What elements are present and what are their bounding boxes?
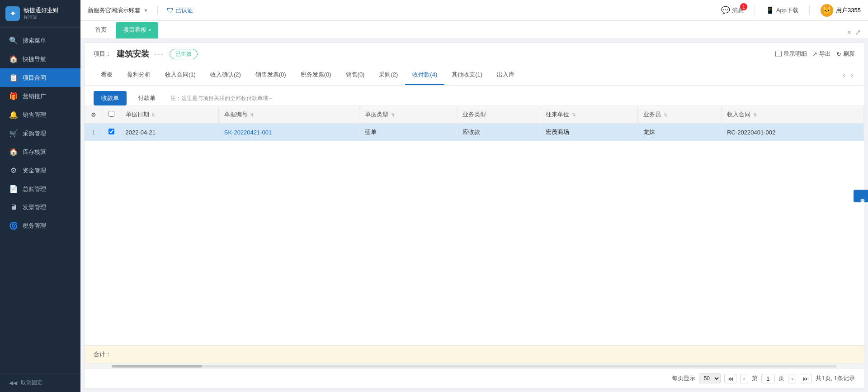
tab-receipt[interactable]: 收款单 bbox=[94, 91, 127, 105]
sub-tab-7[interactable]: 采购(2) bbox=[372, 65, 405, 85]
sub-tab-2[interactable]: 收入合同(1) bbox=[158, 65, 203, 85]
tab-project-board[interactable]: 项目看板 × bbox=[116, 22, 158, 38]
settings-col-header[interactable]: ⚙ bbox=[85, 106, 103, 124]
row-checkbox-cell[interactable] bbox=[103, 124, 120, 141]
prev-page-btn[interactable]: ‹ bbox=[740, 374, 748, 383]
sub-tab-1[interactable]: 盈利分析 bbox=[120, 65, 158, 85]
sidebar-item-5[interactable]: 🛒采购管理 bbox=[0, 124, 80, 143]
nav-label-9: 发票管理 bbox=[23, 203, 46, 211]
select-all-checkbox[interactable] bbox=[108, 111, 114, 117]
topbar: 新服务官网演示账套 ▼ 🛡 已认证 💬 消息 1 📱 App下载 🐱 用户335… bbox=[80, 0, 868, 21]
nav-label-6: 库存核算 bbox=[23, 148, 46, 156]
salesperson-sort-icon[interactable]: ⇅ bbox=[664, 112, 667, 117]
date-sort-icon[interactable]: ⇅ bbox=[151, 112, 155, 117]
content-area: 项目： 建筑安装 ··· 已生效 显示明细 ↗ 导出 ↻ 刷新 bbox=[84, 43, 864, 388]
sub-tab-next-icon[interactable]: › bbox=[849, 69, 855, 81]
sidebar-item-8[interactable]: 📄总账管理 bbox=[0, 180, 80, 198]
export-icon: ↗ bbox=[812, 51, 817, 57]
tab-home[interactable]: 首页 bbox=[88, 22, 114, 38]
certified-label: 已认证 bbox=[175, 6, 193, 14]
table-wrapper: ⚙ 单据日期 ⇅ 单据编号 ⇅ 单据类型 bbox=[85, 106, 864, 345]
sub-tab-8[interactable]: 收付款(4) bbox=[405, 65, 444, 85]
sidebar-item-10[interactable]: 🌀税务管理 bbox=[0, 216, 80, 235]
nav-icon-8: 📄 bbox=[9, 185, 18, 193]
sidebar-item-3[interactable]: 🎁营销推广 bbox=[0, 87, 80, 105]
app-download-btn[interactable]: 📱 App下载 bbox=[766, 6, 798, 14]
show-detail-label[interactable]: 显示明细 bbox=[775, 50, 807, 58]
app-info: 畅捷通好业财 标准版 bbox=[24, 7, 59, 21]
sidebar-item-6[interactable]: 🏠库存核算 bbox=[0, 143, 80, 161]
sidebar-header: ✦ 畅捷通好业财 标准版 bbox=[0, 0, 80, 28]
user-name: 用户3355 bbox=[836, 6, 861, 14]
project-selector[interactable]: 新服务官网演示账套 ▼ bbox=[88, 6, 148, 14]
inner-tabs: 收款单 付款单 注：这里是与项目关联的全部收付款单哦～ bbox=[85, 86, 864, 106]
sidebar-item-7[interactable]: ⚙资金管理 bbox=[0, 161, 80, 180]
biz-type-col-header: 业务类型 bbox=[457, 106, 540, 124]
nav-label-5: 采购管理 bbox=[23, 129, 46, 138]
export-label: 导出 bbox=[819, 50, 831, 58]
project-header: 项目： 建筑安装 ··· 已生效 显示明细 ↗ 导出 ↻ 刷新 bbox=[85, 43, 864, 65]
last-page-btn[interactable]: ⏭ bbox=[800, 374, 812, 383]
user-menu[interactable]: 🐱 用户3355 bbox=[821, 4, 861, 17]
page-end-label: 页 bbox=[778, 374, 784, 382]
export-btn[interactable]: ↗ 导出 bbox=[812, 50, 831, 58]
sub-tab-9[interactable]: 其他收支(1) bbox=[444, 65, 490, 85]
tab-close-icon[interactable]: × bbox=[148, 27, 151, 33]
contract-cell: RC-20220401-002 bbox=[722, 124, 864, 141]
tabbar-controls: × ⤢ bbox=[847, 28, 861, 38]
contract-sort-icon[interactable]: ⇅ bbox=[753, 112, 757, 117]
scrollbar-thumb[interactable] bbox=[112, 365, 202, 368]
nav-label-8: 总账管理 bbox=[23, 185, 46, 193]
checkbox-col-header bbox=[103, 106, 120, 124]
sidebar-footer-btn[interactable]: ◀◀ 取消固定 bbox=[0, 373, 80, 392]
sidebar: ✦ 畅捷通好业财 标准版 🔍搜索菜单🏠快捷导航📋项目合同🎁营销推广🔔销售管理🛒采… bbox=[0, 0, 80, 392]
tabbar: 首页 项目看板 × × ⤢ bbox=[80, 21, 868, 39]
sidebar-item-4[interactable]: 🔔销售管理 bbox=[0, 105, 80, 124]
message-btn[interactable]: 💬 消息 1 bbox=[721, 6, 744, 14]
sub-tabs: 看板盈利分析收入合同(1)收入确认(2)销售发票(0)税务发票(0)销售(0)采… bbox=[85, 65, 864, 86]
sidebar-item-2[interactable]: 📋项目合同 bbox=[0, 68, 80, 87]
project-more-btn[interactable]: ··· bbox=[155, 49, 164, 59]
message-badge: 1 bbox=[740, 3, 747, 10]
first-page-btn[interactable]: ⏮ bbox=[724, 374, 736, 383]
tab-payment[interactable]: 付款单 bbox=[130, 91, 163, 105]
nav-label-2: 项目合同 bbox=[23, 74, 46, 82]
expand-window-icon[interactable]: ⤢ bbox=[855, 28, 861, 37]
nav-label-10: 税务管理 bbox=[23, 222, 46, 230]
horizontal-scrollbar[interactable] bbox=[85, 363, 864, 368]
partner-sort-icon[interactable]: ⇅ bbox=[572, 112, 576, 117]
sidebar-item-1[interactable]: 🏠快捷导航 bbox=[0, 50, 80, 68]
sub-tab-5[interactable]: 税务发票(0) bbox=[293, 65, 339, 85]
salesperson-col-header: 业务员 ⇅ bbox=[638, 106, 722, 124]
app-name: 畅捷通好业财 bbox=[24, 7, 59, 14]
project-name: 新服务官网演示账套 bbox=[88, 6, 141, 14]
table-row[interactable]: 1 2022-04-21 SK-20220421-001 蓝单 应收款 宏茂商场… bbox=[85, 124, 864, 141]
project-label: 项目： bbox=[94, 50, 111, 58]
feedback-btn[interactable]: 意见反馈 bbox=[854, 190, 868, 202]
type-col-header: 单据类型 ⇅ bbox=[359, 106, 457, 124]
sub-tab-0[interactable]: 看板 bbox=[94, 65, 120, 85]
number-link[interactable]: SK-20220421-001 bbox=[224, 129, 272, 136]
sidebar-item-0[interactable]: 🔍搜索菜单 bbox=[0, 31, 80, 50]
sub-tab-prev-icon[interactable]: ‹ bbox=[841, 69, 847, 81]
next-page-btn[interactable]: › bbox=[788, 374, 796, 383]
sub-tab-3[interactable]: 收入确认(2) bbox=[203, 65, 248, 85]
row-checkbox[interactable] bbox=[108, 129, 114, 134]
number-sort-icon[interactable]: ⇅ bbox=[250, 112, 254, 117]
type-sort-icon[interactable]: ⇅ bbox=[391, 112, 395, 117]
app-download-label: App下载 bbox=[776, 6, 798, 14]
user-avatar: 🐱 bbox=[821, 4, 833, 17]
sidebar-footer-label: 取消固定 bbox=[21, 379, 42, 387]
sidebar-item-9[interactable]: 🖥发票管理 bbox=[0, 198, 80, 216]
nav-label-1: 快捷导航 bbox=[23, 55, 46, 63]
pin-icon: ◀◀ bbox=[9, 380, 17, 386]
sub-tab-4[interactable]: 销售发票(0) bbox=[248, 65, 293, 85]
refresh-btn[interactable]: ↻ 刷新 bbox=[836, 50, 855, 58]
sub-tab-10[interactable]: 出入库 bbox=[490, 65, 522, 85]
number-cell[interactable]: SK-20220421-001 bbox=[218, 124, 359, 141]
show-detail-checkbox[interactable] bbox=[775, 51, 782, 57]
per-page-select[interactable]: 50 bbox=[699, 373, 721, 383]
page-label: 第 bbox=[752, 374, 758, 382]
close-window-icon[interactable]: × bbox=[847, 29, 851, 37]
sub-tab-6[interactable]: 销售(0) bbox=[339, 65, 372, 85]
